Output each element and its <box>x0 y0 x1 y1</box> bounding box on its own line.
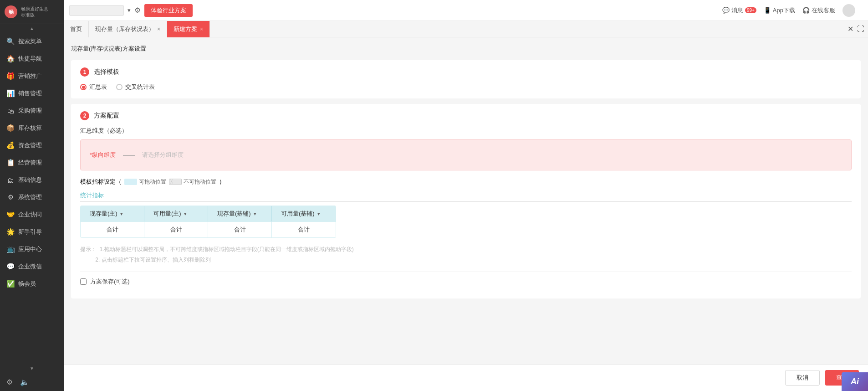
col-dropdown-0[interactable]: ▾ <box>120 211 123 217</box>
topbar-gear-icon[interactable]: ⚙ <box>134 6 141 15</box>
cancel-button[interactable]: 取消 <box>785 370 820 386</box>
box-icon: 📦 <box>6 124 15 132</box>
tabs-right: ✕ ⛶ <box>848 25 868 33</box>
radio-summary[interactable]: 汇总表 <box>80 83 107 91</box>
dimension-box[interactable]: *纵向维度 —— 请选择分组维度 <box>80 139 852 170</box>
col-dropdown-3[interactable]: ▾ <box>317 211 320 217</box>
sidebar-logo: 畅 畅康通好生意 标准版 <box>0 0 64 24</box>
dimension-placeholder: 请选择分组维度 <box>142 151 184 159</box>
vertical-dim-label: *纵向维度 <box>90 151 116 159</box>
chart-icon: 📊 <box>6 89 15 98</box>
handshake-icon: 🤝 <box>6 211 15 219</box>
col-header-3[interactable]: 可用量(基辅) ▾ <box>272 206 336 221</box>
col-header-1[interactable]: 可用量(主) ▾ <box>144 206 208 221</box>
sidebar-item-quicknav[interactable]: 🏠 快捷导航 <box>0 50 64 67</box>
msg-btn[interactable]: 💬 消息 99+ <box>722 6 756 15</box>
close-panel-icon[interactable]: ✕ <box>848 25 853 33</box>
search-input[interactable] <box>69 5 124 16</box>
sidebar-item-wechat[interactable]: 💬 企业微信 <box>0 258 64 275</box>
sidebar-item-basic-info[interactable]: 🗂 基础信息 <box>0 171 64 189</box>
sidebar-item-system[interactable]: ⚙ 系统管理 <box>0 189 64 206</box>
logo-icon: 畅 <box>5 5 17 18</box>
section-1-card: 1 选择模板 汇总表 交叉统计表 <box>71 60 861 98</box>
col-label-1: 可用量(主) <box>153 210 181 218</box>
sidebar-item-label: 采购管理 <box>18 107 42 115</box>
tab-inventory-label: 现存量（库存状况表） <box>95 25 154 33</box>
radio-cross-label: 交叉统计表 <box>125 83 155 91</box>
msg-badge: 99+ <box>745 7 756 13</box>
topbar: ▾ ⚙ 体验行业方案 💬 消息 99+ 📱 App下载 🎧 在线客服 <box>64 0 868 21</box>
col-label-0: 现存量(主) <box>90 210 117 218</box>
sidebar-item-member[interactable]: ✅ 畅会员 <box>0 275 64 293</box>
folder-icon: 🗂 <box>6 176 15 184</box>
bag-icon: 🛍 <box>6 107 15 115</box>
sidebar-item-search[interactable]: 🔍 搜索菜单 <box>0 33 64 50</box>
col-header-2[interactable]: 现存量(基辅) ▾ <box>208 206 272 221</box>
dimension-row: *纵向维度 —— 请选择分组维度 <box>90 151 842 159</box>
tab-new-scheme[interactable]: 新建方案 × <box>167 21 210 37</box>
col-dropdown-1[interactable]: ▾ <box>184 211 187 217</box>
sidebar-item-operations[interactable]: 📋 经营管理 <box>0 154 64 171</box>
sidebar-item-label: 系统管理 <box>18 193 42 201</box>
msg-icon: 💬 <box>722 7 730 14</box>
section-2-card: 2 方案配置 汇总维度（必选） *纵向维度 —— 请选择分组维度 模板指标设定（… <box>71 104 861 298</box>
sidebar-item-label: 畅会员 <box>18 280 36 288</box>
phone-icon: 📱 <box>764 7 771 14</box>
app-label: App下载 <box>773 6 795 15</box>
tab-inventory[interactable]: 现存量（库存状况表） × <box>89 21 167 37</box>
msg-label: 消息 <box>731 6 743 15</box>
check-icon: ✅ <box>6 280 15 288</box>
topbar-right: 💬 消息 99+ 📱 App下载 🎧 在线客服 <box>722 4 863 17</box>
settings-footer-icon[interactable]: ⚙ <box>6 378 13 386</box>
sidebar-item-label: 基础信息 <box>18 176 42 184</box>
tab-new-scheme-close[interactable]: × <box>200 26 203 32</box>
radio-cross[interactable]: 交叉统计表 <box>116 83 155 91</box>
clipboard-icon: 📋 <box>6 159 15 167</box>
sidebar-scroll-down[interactable]: ▼ <box>0 364 64 373</box>
section-1-title: 选择模板 <box>94 68 119 76</box>
sidebar-item-label: 新手引导 <box>18 228 42 236</box>
radio-cross-circle <box>116 84 123 90</box>
sidebar-item-collab[interactable]: 🤝 企业协同 <box>0 206 64 223</box>
save-checkbox[interactable] <box>80 278 87 285</box>
sidebar-scroll-up[interactable]: ▲ <box>0 24 64 33</box>
col-body-2: 合计 <box>208 221 272 237</box>
sidebar-item-sales[interactable]: 📊 销售管理 <box>0 85 64 102</box>
industry-btn[interactable]: 体验行业方案 <box>144 4 193 17</box>
stats-table: 现存量(主) ▾ 可用量(主) ▾ 现存量(基辅) ▾ 可用量(基辅) ▾ <box>80 206 336 238</box>
dimension-dash: —— <box>123 152 135 159</box>
tab-inventory-close[interactable]: × <box>157 26 160 32</box>
sidebar-footer: ⚙ 🔈 <box>0 373 64 391</box>
col-label-3: 可用量(基辅) <box>281 210 315 218</box>
sidebar-item-inventory[interactable]: 📦 库存核算 <box>0 119 64 137</box>
section-2-header: 2 方案配置 <box>80 111 852 120</box>
nodrag-hint-box <box>169 179 182 185</box>
tab-home[interactable]: 首页 <box>64 21 89 37</box>
section-1-num: 1 <box>80 67 89 77</box>
audio-footer-icon[interactable]: 🔈 <box>20 378 29 386</box>
col-header-0[interactable]: 现存量(主) ▾ <box>81 206 144 221</box>
sidebar-item-label: 经营管理 <box>18 159 42 167</box>
section-2-num: 2 <box>80 111 89 120</box>
tips-box: 提示： 1.拖动标题栏可以调整布局，不可跨维度或指标区域拖动栏目字段(只能在同一… <box>80 245 852 264</box>
search-icon: 🔍 <box>6 37 15 46</box>
sidebar-item-finance[interactable]: 💰 资金管理 <box>0 137 64 154</box>
sidebar-item-label: 企业协同 <box>18 211 42 219</box>
sidebar-item-marketing[interactable]: 🎁 营销推广 <box>0 67 64 85</box>
avatar[interactable] <box>842 4 855 17</box>
sidebar-item-guide[interactable]: 🌟 新手引导 <box>0 223 64 241</box>
nodrag-hint-label: 不可拖动位置 <box>184 178 216 186</box>
section-2-title: 方案配置 <box>94 112 119 120</box>
service-btn[interactable]: 🎧 在线客服 <box>802 6 835 15</box>
dropdown-icon[interactable]: ▾ <box>128 7 131 14</box>
expand-icon[interactable]: ⛶ <box>857 25 864 33</box>
sidebar-item-apps[interactable]: 📺 应用中心 <box>0 241 64 258</box>
content-area: 现存量(库存状况表)方案设置 1 选择模板 汇总表 交叉统计表 2 <box>64 37 868 364</box>
stats-title: 统计指标 <box>80 191 852 202</box>
sidebar-item-purchase[interactable]: 🛍 采购管理 <box>0 102 64 119</box>
section-1-header: 1 选择模板 <box>80 67 852 77</box>
app-download-btn[interactable]: 📱 App下载 <box>764 6 795 15</box>
indicator-label-close: ） <box>219 178 225 186</box>
indicator-label-text: 模板指标设定（ <box>80 178 122 186</box>
col-dropdown-2[interactable]: ▾ <box>254 211 256 217</box>
